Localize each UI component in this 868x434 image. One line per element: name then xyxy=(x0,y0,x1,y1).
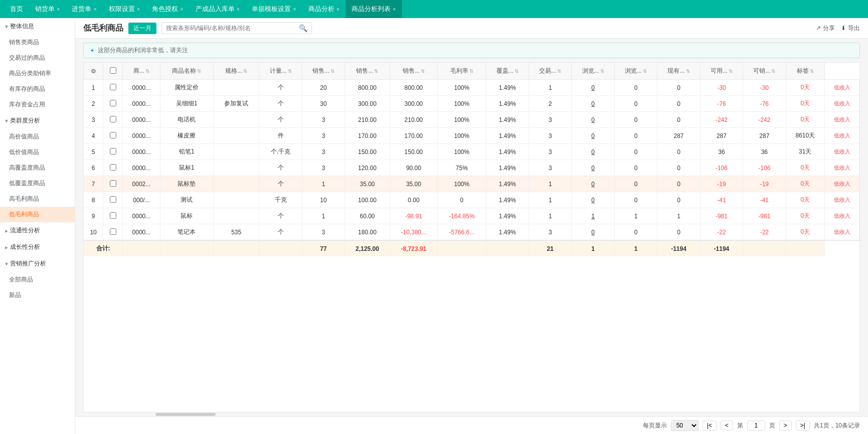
col-sales-price[interactable]: 销售...⇅ xyxy=(345,63,390,80)
nav-permissions[interactable]: 权限设置 × xyxy=(103,0,146,18)
close-icon[interactable]: × xyxy=(293,6,296,12)
nav-roles[interactable]: 角色授权 × xyxy=(146,0,189,18)
row-checkbox[interactable] xyxy=(110,196,116,203)
col-browse2[interactable]: 浏览...⇅ xyxy=(614,63,657,80)
search-input[interactable] xyxy=(166,25,299,32)
row-checkbox[interactable] xyxy=(110,148,116,155)
sidebar-item-low-margin[interactable]: 低毛利商品 xyxy=(0,207,75,222)
row-checkbox[interactable] xyxy=(110,180,116,187)
cell-trade[interactable]: 1 xyxy=(572,208,614,224)
col-stock1[interactable]: 现有...⇅ xyxy=(657,63,700,80)
col-stock2[interactable]: 可用...⇅ xyxy=(700,63,743,80)
search-icon[interactable]: 🔍 xyxy=(299,24,307,32)
cell-checkbox[interactable] xyxy=(103,192,123,208)
sidebar-item-inventory-capital[interactable]: 库存资金占用 xyxy=(0,97,75,112)
sidebar-item-all-goods[interactable]: 全部商品 xyxy=(0,272,75,287)
cell-trade[interactable]: 0 xyxy=(572,192,614,208)
page-input[interactable] xyxy=(747,420,765,430)
col-sales-qty[interactable]: 销售...⇅ xyxy=(302,63,344,80)
prev-page-button[interactable]: < xyxy=(721,420,733,430)
cell-checkbox[interactable] xyxy=(103,80,123,96)
cell-trade[interactable]: 0 xyxy=(572,112,614,128)
cell-no: 4 xyxy=(84,128,103,144)
nav-template-settings[interactable]: 单据模板设置 × xyxy=(246,0,302,18)
sidebar-group-marketing[interactable]: ▾ 营销推广分析 xyxy=(0,255,75,272)
col-gross-margin[interactable]: 毛利率⇅ xyxy=(438,63,486,80)
cell-checkbox[interactable] xyxy=(103,208,123,224)
next-page-button[interactable]: > xyxy=(779,420,792,430)
col-days[interactable]: 可销...⇅ xyxy=(743,63,786,80)
close-icon[interactable]: × xyxy=(237,6,240,12)
col-trade[interactable]: 交易...⇅ xyxy=(529,63,572,80)
nav-product-analysis[interactable]: 商品分析 × xyxy=(302,0,345,18)
close-icon[interactable]: × xyxy=(336,6,339,12)
col-code[interactable]: 商...⇅ xyxy=(123,63,160,80)
col-sales-cost[interactable]: 销售...⇅ xyxy=(390,63,437,80)
col-checkbox[interactable] xyxy=(103,63,123,80)
sidebar-item-low-coverage[interactable]: 低覆盖度商品 xyxy=(0,176,75,191)
cell-trade[interactable]: 0 xyxy=(572,144,614,160)
row-checkbox[interactable] xyxy=(110,116,116,122)
sidebar-group-growth[interactable]: ▸ 成长性分析 xyxy=(0,239,75,255)
cell-checkbox[interactable] xyxy=(103,96,123,112)
cell-trade[interactable]: 0 xyxy=(572,128,614,144)
cell-trade[interactable]: 0 xyxy=(572,224,614,241)
col-settings[interactable]: ⚙ xyxy=(84,63,103,80)
close-icon[interactable]: × xyxy=(93,6,96,12)
first-page-button[interactable]: |< xyxy=(703,420,717,430)
nav-home[interactable]: 首页 xyxy=(4,0,29,18)
nav-product-analysis-list[interactable]: 商品分析列表 × xyxy=(345,0,402,18)
table-row: 2 0000... 吴细细1 参加复试 个 30 300.00 300.00 1… xyxy=(84,96,859,112)
sidebar-item-category-sales-rate[interactable]: 商品分类助销率 xyxy=(0,66,75,81)
row-checkbox[interactable] xyxy=(110,212,116,219)
sidebar-group-overall[interactable]: ▾ 整体信息 xyxy=(0,18,75,35)
sidebar-group-cluster[interactable]: ▾ 类群度分析 xyxy=(0,112,75,129)
col-browse1[interactable]: 浏览...⇅ xyxy=(572,63,614,80)
close-icon[interactable]: × xyxy=(393,6,396,12)
sidebar-item-high-value[interactable]: 高价值商品 xyxy=(0,129,75,144)
cell-trade[interactable]: 0 xyxy=(572,160,614,176)
cell-checkbox[interactable] xyxy=(103,224,123,241)
col-spec[interactable]: 规格...⇅ xyxy=(214,63,259,80)
last-page-button[interactable]: >| xyxy=(796,420,810,430)
sidebar-item-sales-goods[interactable]: 销售类商品 xyxy=(0,35,75,50)
cell-trade[interactable]: 0 xyxy=(572,80,614,96)
col-coverage[interactable]: 覆盖...⇅ xyxy=(486,63,529,80)
sidebar-item-stocked-goods[interactable]: 有库存的商品 xyxy=(0,81,75,97)
sidebar-item-high-margin[interactable]: 高毛利商品 xyxy=(0,191,75,207)
select-all-checkbox[interactable] xyxy=(110,67,116,74)
horizontal-scrollbar[interactable] xyxy=(75,412,868,416)
close-icon[interactable]: × xyxy=(57,6,60,12)
sidebar-group-circulation[interactable]: ▸ 流通性分析 xyxy=(0,222,75,239)
close-icon[interactable]: × xyxy=(137,6,140,12)
export-button[interactable]: ⬇ 导出 xyxy=(841,24,860,33)
sidebar-item-new-goods[interactable]: 新品 xyxy=(0,287,75,303)
row-checkbox[interactable] xyxy=(110,84,116,90)
scrollbar-thumb[interactable] xyxy=(155,413,216,416)
cell-checkbox[interactable] xyxy=(103,160,123,176)
data-table-wrapper[interactable]: ⚙ 商...⇅ 商品名称⇅ 规格...⇅ 计量...⇅ 销售...⇅ 销售...… xyxy=(83,62,860,412)
cell-trade[interactable]: 0 xyxy=(572,176,614,192)
cell-trade[interactable]: 0 xyxy=(572,96,614,112)
row-checkbox[interactable] xyxy=(110,132,116,138)
cell-checkbox[interactable] xyxy=(103,128,123,144)
cell-checkbox[interactable] xyxy=(103,144,123,160)
row-checkbox[interactable] xyxy=(110,228,116,235)
col-tag[interactable]: 标签⇅ xyxy=(786,63,824,80)
sidebar-item-low-value[interactable]: 低价值商品 xyxy=(0,144,75,160)
nav-sales-order[interactable]: 销货单 × xyxy=(29,0,66,18)
per-page-select[interactable]: 50 100 xyxy=(671,420,699,431)
row-checkbox[interactable] xyxy=(110,100,116,106)
cell-checkbox[interactable] xyxy=(103,112,123,128)
nav-purchase-order[interactable]: 进货单 × xyxy=(66,0,102,18)
sidebar-item-traded-goods[interactable]: 交易过的商品 xyxy=(0,50,75,66)
share-button[interactable]: ↗ 分享 xyxy=(816,24,835,33)
date-filter-button[interactable]: 近一月 xyxy=(128,23,156,34)
nav-products-in[interactable]: 产成品入库单 × xyxy=(190,0,246,18)
col-unit[interactable]: 计量...⇅ xyxy=(259,63,302,80)
cell-checkbox[interactable] xyxy=(103,176,123,192)
sidebar-item-high-coverage[interactable]: 高覆盖度商品 xyxy=(0,160,75,176)
col-name[interactable]: 商品名称⇅ xyxy=(160,63,213,80)
close-icon[interactable]: × xyxy=(180,6,183,12)
row-checkbox[interactable] xyxy=(110,164,116,171)
